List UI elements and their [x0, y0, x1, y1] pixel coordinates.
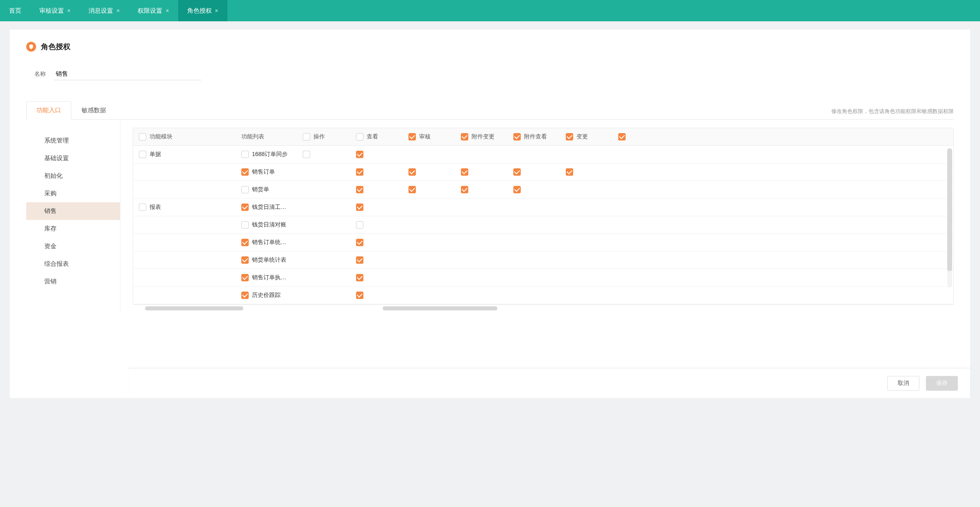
sidebar-item[interactable]: 营销 — [26, 273, 120, 290]
cell-module: 报表 — [133, 199, 236, 216]
select-all-view[interactable] — [356, 133, 363, 140]
list-checkbox[interactable] — [241, 274, 249, 281]
topnav-tab[interactable]: 首页 — [0, 0, 30, 21]
topnav-tab[interactable]: 消息设置× — [79, 0, 129, 21]
close-icon[interactable]: × — [116, 7, 120, 14]
col-header-label: 变更 — [576, 133, 588, 140]
audit-checkbox[interactable] — [408, 168, 416, 176]
tabs-hint: 修改角色权限，包含该角色功能权限和敏感数据权限 — [831, 108, 954, 119]
cell-list: 销售订单 — [236, 163, 297, 181]
close-icon[interactable]: × — [215, 7, 218, 14]
col-header-label: 附件变更 — [472, 133, 495, 140]
list-checkbox[interactable] — [241, 221, 249, 229]
permission-grid: 功能模块功能列表操作查看审核附件变更附件查看变更 单据1688订单同步销售订单销… — [133, 128, 954, 305]
select-all-extra[interactable] — [618, 133, 626, 140]
cell-list: 1688订单同步 — [236, 146, 297, 163]
col-header: 查看 — [350, 128, 403, 145]
cell-change — [560, 163, 612, 181]
select-all-attach-view[interactable] — [513, 133, 521, 140]
v-scrollbar[interactable] — [947, 148, 952, 287]
attach-view-checkbox[interactable] — [513, 168, 521, 176]
sidebar-item[interactable]: 基础设置 — [26, 149, 120, 167]
cell-attach-view — [508, 273, 560, 283]
list-label: 销货单 — [252, 186, 269, 193]
v-scrollbar-thumb[interactable] — [947, 148, 952, 271]
content-tab[interactable]: 功能入口 — [26, 101, 71, 120]
topnav-tab[interactable]: 权限设置× — [129, 0, 178, 21]
list-checkbox[interactable] — [241, 186, 249, 193]
save-button[interactable]: 保存 — [926, 376, 958, 391]
cell-op — [297, 146, 350, 163]
list-checkbox[interactable] — [241, 292, 249, 299]
cell-attach-change — [455, 149, 508, 159]
select-all-op[interactable] — [303, 133, 310, 140]
col-header: 操作 — [297, 128, 350, 145]
view-checkbox[interactable] — [356, 239, 363, 246]
title-row: 角色授权 — [26, 42, 954, 52]
op-checkbox[interactable] — [303, 151, 310, 158]
content-tab[interactable]: 敏感数据 — [71, 101, 116, 120]
select-all-module[interactable] — [139, 133, 146, 140]
list-label: 销货单统计表 — [252, 256, 286, 264]
cell-audit — [403, 220, 455, 230]
attach-change-checkbox[interactable] — [461, 186, 468, 193]
sidebar-item[interactable]: 库存 — [26, 220, 120, 238]
view-checkbox[interactable] — [356, 221, 363, 229]
h-scrollbar-perms[interactable] — [383, 306, 497, 310]
cell-list: 钱货日清对账 — [236, 216, 297, 233]
table-row: 报表钱货日清工作台 — [133, 199, 953, 216]
audit-checkbox[interactable] — [408, 186, 416, 193]
col-header: 附件变更 — [455, 128, 508, 145]
cell-module — [133, 273, 236, 283]
cell-attach-change — [455, 181, 508, 198]
view-checkbox[interactable] — [356, 168, 363, 176]
list-checkbox[interactable] — [241, 168, 249, 176]
select-all-attach-change[interactable] — [461, 133, 468, 140]
sidebar-item[interactable]: 综合报表 — [26, 255, 120, 273]
sidebar-item[interactable]: 采购 — [26, 185, 120, 202]
topnav-tab[interactable]: 审核设置× — [30, 0, 79, 21]
attach-view-checkbox[interactable] — [513, 186, 521, 193]
page-body: 角色授权 名称 功能入口敏感数据 修改角色权限，包含该角色功能权限和敏感数据权限… — [0, 21, 980, 398]
sidebar-item[interactable]: 销售 — [26, 202, 120, 220]
close-icon[interactable]: × — [166, 7, 169, 14]
module-checkbox[interactable] — [139, 151, 146, 158]
sidebar-item[interactable]: 资金 — [26, 238, 120, 255]
attach-change-checkbox[interactable] — [461, 168, 468, 176]
close-icon[interactable]: × — [67, 7, 70, 14]
sidebar-item[interactable]: 初始化 — [26, 167, 120, 185]
h-scrollbar-module[interactable] — [145, 306, 243, 310]
view-checkbox[interactable] — [356, 186, 363, 193]
view-checkbox[interactable] — [356, 274, 363, 281]
view-checkbox[interactable] — [356, 256, 363, 264]
col-header: 功能模块 — [133, 128, 236, 145]
sidebar-item[interactable]: 系统管理 — [26, 132, 120, 149]
list-checkbox[interactable] — [241, 239, 249, 246]
cell-list: 销售订单统计表 — [236, 234, 297, 251]
list-checkbox[interactable] — [241, 151, 249, 158]
change-checkbox[interactable] — [566, 168, 573, 176]
table-row: 销货单 — [133, 181, 953, 199]
select-all-audit[interactable] — [408, 133, 416, 140]
view-checkbox[interactable] — [356, 292, 363, 299]
cancel-button[interactable]: 取消 — [887, 376, 919, 391]
topnav-tab-label: 审核设置 — [39, 7, 64, 15]
col-header-label: 功能模块 — [150, 133, 172, 140]
view-checkbox[interactable] — [356, 204, 363, 211]
table-row: 钱货日清对账 — [133, 216, 953, 234]
topnav-tab[interactable]: 角色授权× — [178, 0, 227, 21]
list-checkbox[interactable] — [241, 204, 249, 211]
cell-op — [297, 220, 350, 230]
table-row: 销货单统计表 — [133, 251, 953, 269]
module-label: 单据 — [150, 151, 161, 158]
view-checkbox[interactable] — [356, 151, 363, 158]
list-label: 钱货日清工作台 — [252, 204, 291, 211]
name-input[interactable] — [54, 68, 202, 80]
cell-attach-change — [455, 220, 508, 230]
select-all-change[interactable] — [566, 133, 573, 140]
list-checkbox[interactable] — [241, 256, 249, 264]
module-checkbox[interactable] — [139, 204, 146, 211]
footer-bar: 取消 保存 — [129, 368, 970, 398]
cell-attach-view — [508, 255, 560, 265]
cell-attach-change — [455, 290, 508, 300]
